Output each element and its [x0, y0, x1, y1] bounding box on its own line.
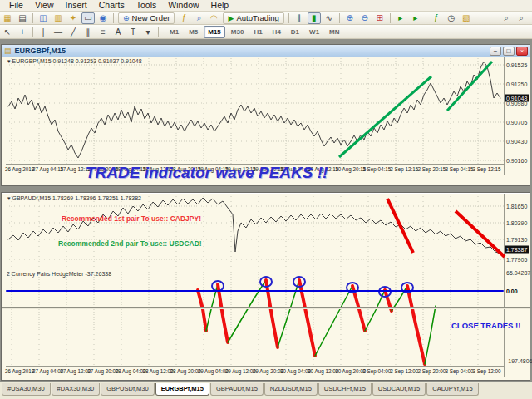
- toolbar-separator: [390, 13, 391, 23]
- menu-item[interactable]: Help: [205, 0, 235, 11]
- menu-items: FileViewInsertChartsToolsWindowHelp: [3, 0, 234, 11]
- templates-dropdown-icon[interactable]: ▧: [460, 12, 473, 24]
- legend-collapse-icon[interactable]: ▾: [7, 58, 11, 64]
- time-axis-label: 27 Aug 04:15: [32, 166, 60, 172]
- crosshair-icon[interactable]: +: [16, 26, 29, 37]
- timeframe-button[interactable]: H4: [268, 26, 285, 38]
- indicators-dropdown-icon[interactable]: ƒ: [430, 12, 443, 24]
- text-label-icon[interactable]: T: [126, 26, 140, 37]
- menu-item[interactable]: Insert: [60, 0, 93, 11]
- time-axis-label: 30 Aug 04:00: [280, 368, 308, 374]
- chart1-titlebar[interactable]: ▤ EURGBPf,M15 − □ ×: [2, 45, 530, 57]
- chart-tab[interactable]: EURGBPf,M15: [155, 383, 209, 396]
- zoom-in-icon[interactable]: ⊕: [343, 12, 357, 24]
- indicator-separator[interactable]: [2, 307, 530, 309]
- timeframe-button[interactable]: M30: [227, 26, 249, 38]
- legend-collapse-icon[interactable]: ▾: [7, 195, 11, 201]
- timeframe-button[interactable]: MN: [325, 26, 343, 38]
- search-icon[interactable]: ⌕: [500, 12, 513, 24]
- shift-end-icon[interactable]: ▸: [409, 12, 422, 24]
- chart-tab[interactable]: CADJPYf,M15: [426, 383, 478, 396]
- menu-item[interactable]: Window: [162, 0, 204, 11]
- time-axis-label: 28 Aug 20:00: [170, 368, 198, 374]
- market-watch-icon[interactable]: ◫: [37, 12, 50, 24]
- search-symbols-icon[interactable]: ⌕: [192, 12, 205, 24]
- price-axis-label: 1.81650: [506, 204, 527, 209]
- strategy-tester-icon[interactable]: ◉: [96, 12, 110, 24]
- line-chart-icon[interactable]: ∿: [323, 12, 336, 24]
- horizontal-line-icon[interactable]: —: [52, 26, 65, 37]
- menu-item[interactable]: Tools: [131, 0, 163, 11]
- time-axis-label: 26 Aug 2019: [5, 368, 32, 374]
- fibonacci-icon[interactable]: ≡: [96, 26, 110, 37]
- expert-advisors-icon[interactable]: ƒ: [177, 12, 190, 24]
- chart2-current-price-tag: 1.78387: [505, 246, 529, 254]
- price-axis-label: 0.91250: [506, 81, 527, 87]
- time-axis-label: 3 Sep 12:15: [473, 166, 500, 172]
- chart-tab[interactable]: USDCHFf,M15: [318, 383, 372, 396]
- line-studies-toolbar: ↖ + | — ╱ ∥ ≡ A T ▾ M1M5M15M30H1H4D1W1MN: [0, 25, 532, 39]
- cursor-icon[interactable]: ↖: [1, 26, 14, 37]
- close-button[interactable]: ×: [516, 47, 528, 56]
- restore-button[interactable]: □: [503, 47, 515, 56]
- price-axis-label: 1.77905: [506, 257, 527, 263]
- menu-item[interactable]: Charts: [93, 0, 131, 11]
- new-chart-icon[interactable]: ▦: [1, 12, 14, 24]
- timeframe-button[interactable]: M5: [185, 26, 202, 38]
- periods-dropdown-icon[interactable]: ◷: [445, 12, 458, 24]
- chart-tab[interactable]: GBPUSDf,M30: [101, 383, 154, 396]
- price-axis-label: 1.79130: [506, 237, 527, 243]
- chart-tab-bar: #USA30,M30#DAX30,M30GBPUSDf,M30EURGBPf,M…: [0, 382, 532, 399]
- sound-icon[interactable]: ◠: [207, 12, 220, 24]
- vertical-line-icon[interactable]: |: [37, 26, 50, 37]
- trendline-icon[interactable]: ╱: [66, 26, 80, 37]
- tile-windows-icon[interactable]: ⊞: [373, 12, 387, 24]
- timeframe-button[interactable]: M1: [165, 26, 183, 38]
- indicator-legend: 2 Currency Pairs HedgeMeter -37.26338: [7, 271, 111, 277]
- scroll-to-end-icon[interactable]: ▸: [394, 12, 407, 24]
- toolbar-separator: [113, 13, 114, 23]
- time-axis-label: 26 Aug 2019: [5, 166, 32, 172]
- time-axis-label: 27 Aug 20:00: [87, 368, 115, 374]
- close-trades-annotation: CLOSE TRADES !!: [451, 321, 520, 330]
- terminal-icon[interactable]: ▭: [81, 12, 95, 24]
- time-axis-label: 2 Sep 04:15: [362, 166, 390, 172]
- indicator-zero-label: 0.00: [506, 288, 518, 294]
- menu-item[interactable]: File: [3, 0, 29, 11]
- navigator-icon[interactable]: ✦: [66, 12, 80, 24]
- zoom-out-icon[interactable]: ⊖: [358, 12, 372, 24]
- chart-tab[interactable]: #USA30,M30: [2, 383, 51, 396]
- data-window-icon[interactable]: ▥: [52, 12, 65, 24]
- toolbar-separator: [288, 13, 289, 23]
- arrows-dropdown-icon[interactable]: ▾: [141, 26, 155, 37]
- menu-item[interactable]: View: [29, 0, 60, 11]
- chart-tab[interactable]: #DAX30,M30: [52, 383, 101, 396]
- timeframe-button[interactable]: M15: [204, 26, 225, 38]
- equidistant-channel-icon[interactable]: ∥: [81, 26, 95, 37]
- bar-chart-icon[interactable]: ∥: [293, 12, 306, 24]
- chart2-axis-divider: [504, 194, 505, 377]
- toolbar-separator: [32, 27, 33, 37]
- new-order-button[interactable]: ⊕ New Order: [118, 12, 175, 24]
- chart-tab[interactable]: USDCADf,M15: [372, 383, 426, 396]
- time-axis-label: 3 Sep 04:15: [446, 166, 473, 172]
- chart1-current-price-tag: 0.91048: [505, 95, 529, 102]
- time-axis-label: 27 Aug 04:00: [32, 368, 60, 374]
- global-search-icon[interactable]: ⌕: [515, 12, 528, 24]
- time-axis-label: 27 Aug 12:00: [60, 368, 87, 374]
- chart-tab[interactable]: GBPAUDf,M15: [210, 383, 264, 396]
- minimize-button[interactable]: −: [490, 47, 501, 56]
- standard-toolbar: ▦ ▤ ◫ ▥ ✦ ▭ ◉ ⊕ New Order ƒ ⌕ ◠ ▶ AutoTr…: [0, 12, 532, 25]
- new-order-icon: ⊕: [123, 14, 130, 22]
- timeframe-button[interactable]: W1: [305, 26, 323, 38]
- timeframe-button[interactable]: H1: [249, 26, 266, 38]
- candlestick-chart-icon[interactable]: ▮: [308, 12, 321, 24]
- text-tool-icon[interactable]: A: [111, 26, 125, 37]
- autotrading-button[interactable]: ▶ AutoTrading: [223, 12, 283, 24]
- toolbar-right-group: ⌕ ⌕: [499, 12, 529, 24]
- chart-tab[interactable]: NZDUSDf,M15: [264, 383, 318, 396]
- timeframe-button[interactable]: D1: [287, 26, 303, 38]
- timeframe-group: M1M5M15M30H1H4D1W1MN: [165, 26, 345, 38]
- profiles-icon[interactable]: ▤: [16, 12, 29, 24]
- recommended-second-pair-annotation: Recommended 2nd pair To use:: USDCAD!: [58, 239, 202, 248]
